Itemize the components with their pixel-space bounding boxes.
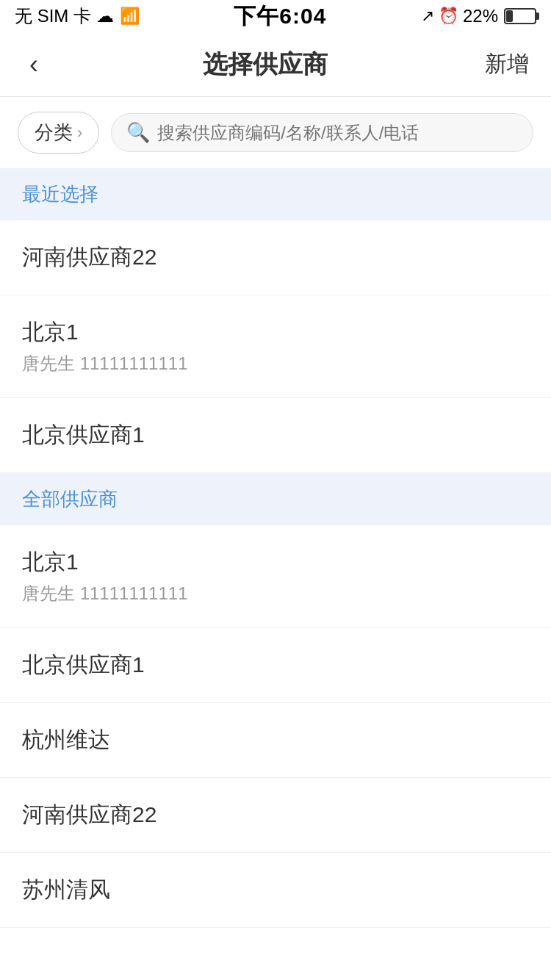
back-button[interactable]: ‹: [22, 42, 46, 87]
sim-label: 无 SIM 卡 ☁: [15, 4, 114, 28]
item-sub: 唐先生 11111111111: [22, 352, 529, 375]
battery-percent: 22%: [463, 6, 498, 26]
item-name: 河南供应商22: [22, 800, 529, 830]
all-suppliers-list: 北京1唐先生 11111111111北京供应商1杭州维达河南供应商22苏州清风: [0, 525, 551, 928]
item-sub: 唐先生 11111111111: [22, 582, 529, 605]
list-item[interactable]: 北京供应商1: [0, 628, 551, 703]
item-name: 北京供应商1: [22, 420, 529, 450]
list-item[interactable]: 北京1唐先生 11111111111: [0, 295, 551, 398]
nav-bar: ‹ 选择供应商 新增: [0, 32, 551, 97]
filter-bar: 分类 › 🔍: [0, 97, 551, 168]
list-item[interactable]: 苏州清风: [0, 853, 551, 928]
search-icon: 🔍: [126, 121, 150, 144]
wifi-icon: 📶: [120, 7, 140, 26]
list-item[interactable]: 北京供应商1: [0, 398, 551, 473]
status-time: 下午6:04: [234, 1, 326, 32]
battery-icon: [504, 8, 536, 24]
list-item[interactable]: 河南供应商22: [0, 220, 551, 295]
chevron-right-icon: ›: [77, 123, 82, 143]
item-name: 杭州维达: [22, 725, 529, 755]
alarm-icon: ⏰: [439, 7, 458, 26]
item-name: 苏州清风: [22, 875, 529, 905]
search-box[interactable]: 🔍: [111, 113, 533, 152]
location-icon: ↗: [421, 7, 434, 26]
item-name: 河南供应商22: [22, 242, 529, 273]
page-title: 选择供应商: [203, 48, 328, 82]
all-section-header: 全部供应商: [0, 473, 551, 525]
list-item[interactable]: 河南供应商22: [0, 778, 551, 853]
item-name: 北京1: [22, 317, 529, 347]
status-bar: 无 SIM 卡 ☁ 📶 下午6:04 ↗ ⏰ 22%: [0, 0, 551, 32]
item-name: 北京1: [22, 547, 529, 577]
list-item[interactable]: 北京1唐先生 11111111111: [0, 525, 551, 628]
recent-list: 河南供应商22北京1唐先生 11111111111北京供应商1: [0, 220, 551, 473]
status-left: 无 SIM 卡 ☁ 📶: [15, 4, 140, 28]
category-button[interactable]: 分类 ›: [18, 112, 99, 154]
category-label: 分类: [35, 120, 73, 145]
item-name: 北京供应商1: [22, 650, 529, 680]
list-item[interactable]: 杭州维达: [0, 703, 551, 778]
add-button[interactable]: 新增: [485, 49, 529, 79]
status-right: ↗ ⏰ 22%: [421, 6, 536, 26]
recent-section-header: 最近选择: [0, 168, 551, 220]
search-input[interactable]: [157, 123, 518, 143]
